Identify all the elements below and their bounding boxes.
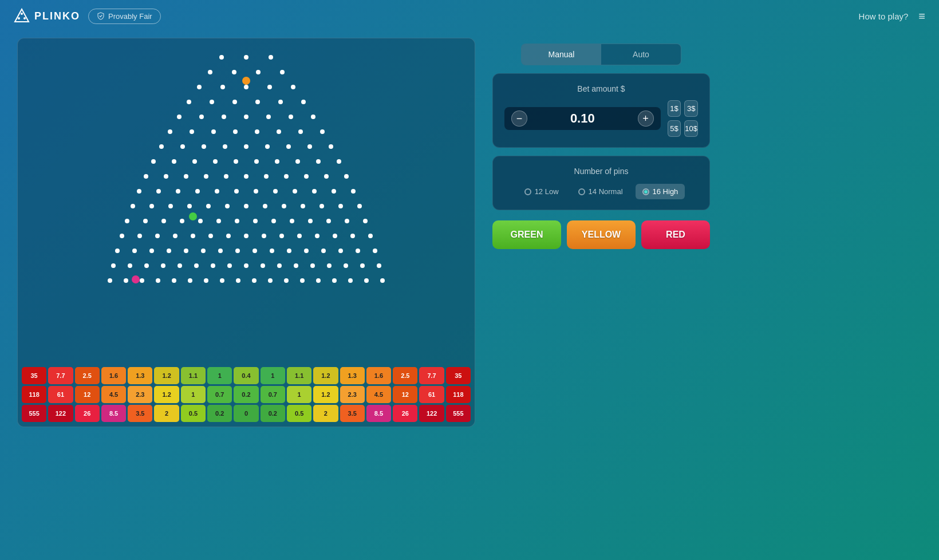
pin [235, 219, 239, 223]
pin-option-16high[interactable]: 16 High [636, 184, 685, 199]
green-button[interactable]: GREEN [492, 220, 561, 249]
pin [211, 129, 216, 134]
bet-increase-button[interactable]: + [638, 111, 654, 127]
pin [261, 263, 265, 268]
pin [155, 234, 160, 238]
how-to-play-link[interactable]: How to play? [859, 11, 909, 21]
plinko-board-container: 357.72.51.61.31.21.110.411.11.21.31.62.5… [17, 32, 475, 546]
pin-option-14normal[interactable]: 14 Normal [571, 184, 630, 199]
mult-cell: 3.5 [340, 405, 365, 422]
mult-cell: 2 [154, 405, 179, 422]
pin [275, 159, 279, 164]
tab-manual[interactable]: Manual [522, 44, 601, 65]
quick-bet-1[interactable]: 1$ [668, 100, 681, 117]
mode-tabs: Manual Auto [521, 44, 681, 65]
provably-fair-button[interactable]: Provably Fair [88, 9, 161, 24]
pin [172, 278, 176, 283]
menu-icon[interactable]: ≡ [918, 10, 925, 23]
mult-cell: 1.6 [101, 367, 126, 384]
bet-amount-card: Bet amount $ − 0.10 + 1$ 3$ 5$ 10$ [492, 73, 710, 148]
app-title: PLINKO [34, 10, 80, 22]
pin [344, 174, 349, 179]
pin [131, 204, 135, 208]
pin [297, 234, 302, 238]
mult-cell: 0.2 [261, 405, 285, 422]
pin [211, 263, 215, 268]
pin [198, 219, 203, 223]
pin-option-12low[interactable]: 12 Low [518, 184, 566, 199]
pins-card: Number of pins 12 Low 14 Normal 16 High [492, 156, 710, 210]
pin-row-13 [113, 234, 380, 238]
mult-cell: 1.3 [340, 367, 365, 384]
radio-12low [524, 188, 531, 195]
board-wrapper: 357.72.51.61.31.21.110.411.11.21.31.62.5… [17, 38, 475, 427]
pin-row-6 [159, 129, 333, 134]
pin [208, 234, 213, 238]
red-button[interactable]: RED [641, 220, 710, 249]
mult-cell: 0.5 [181, 405, 206, 422]
svg-point-1 [21, 13, 23, 15]
mult-cell: 35 [446, 367, 471, 384]
pin [380, 278, 385, 283]
pin [195, 189, 200, 194]
mult-cell: 3.5 [128, 405, 152, 422]
pin [338, 249, 343, 253]
pin [180, 144, 185, 149]
pin [271, 219, 276, 223]
pin [144, 263, 149, 268]
pin [244, 85, 248, 89]
pin [184, 174, 188, 179]
pin [215, 189, 219, 194]
tab-auto[interactable]: Auto [601, 44, 681, 65]
pin [319, 204, 324, 208]
mult-cell: 1 [287, 386, 311, 403]
quick-bet-3[interactable]: 5$ [668, 120, 681, 137]
pin-row-8 [143, 159, 349, 164]
mult-cell: 122 [419, 405, 444, 422]
pin [128, 263, 132, 268]
pin [161, 219, 166, 223]
pin [177, 263, 182, 268]
ball-orange [242, 77, 250, 85]
right-panel: Manual Auto Bet amount $ − 0.10 + 1$ 3$ … [492, 32, 710, 546]
pin [191, 234, 195, 238]
pin [188, 278, 192, 283]
quick-bet-4[interactable]: 10$ [684, 120, 698, 137]
pin [244, 263, 248, 268]
pin [280, 70, 285, 74]
pin [291, 85, 295, 89]
pin [232, 70, 236, 74]
pin [293, 189, 297, 194]
pin [327, 263, 332, 268]
pin [168, 204, 173, 208]
pins-label: Number of pins [504, 167, 698, 176]
yellow-button[interactable]: YELLOW [567, 220, 636, 249]
radio-16high [642, 188, 649, 195]
pin [316, 159, 321, 164]
pin [108, 278, 112, 283]
mult-cell: 118 [22, 386, 46, 403]
mult-cell: 26 [393, 405, 417, 422]
bet-decrease-button[interactable]: − [511, 111, 527, 127]
pin [137, 234, 142, 238]
pin [132, 249, 137, 253]
pin [300, 278, 305, 283]
pin [220, 85, 225, 89]
mult-cell: 7.7 [48, 367, 73, 384]
quick-bet-2[interactable]: 3$ [684, 100, 698, 117]
pin [304, 174, 309, 179]
pin [270, 249, 274, 253]
pin [252, 249, 257, 253]
mult-cell: 26 [75, 405, 100, 422]
header-left: PLINKO Provably Fair [14, 8, 161, 24]
pin [220, 278, 224, 283]
mult-cell: 1 [207, 367, 232, 384]
pin [326, 219, 331, 223]
pin-row-11 [124, 204, 369, 208]
pin [315, 234, 319, 238]
pin [267, 85, 272, 89]
pin [234, 159, 238, 164]
ball-green [189, 212, 197, 220]
board-inner: 357.72.51.61.31.21.110.411.11.21.31.62.5… [17, 38, 475, 427]
mult-cell: 4.5 [366, 386, 391, 403]
